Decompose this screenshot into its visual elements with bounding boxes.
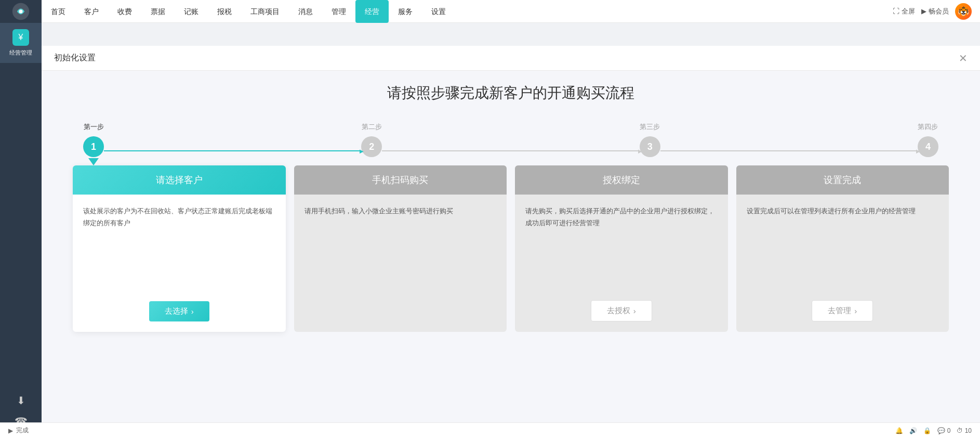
nav-fee[interactable]: 收费 bbox=[108, 0, 141, 23]
fullscreen-icon: ⛶ bbox=[893, 7, 899, 15]
status-bar-left: ▶ 完成 bbox=[8, 426, 29, 435]
go-select-button[interactable]: 去选择 › bbox=[149, 301, 209, 321]
vip-button[interactable]: ▶ 畅会员 bbox=[921, 7, 949, 16]
main-heading: 请按照步骤完成新客户的开通购买流程 bbox=[62, 83, 959, 103]
sidebar-item-jingying[interactable]: ¥ 经营管理 bbox=[0, 23, 42, 63]
nav-tax[interactable]: 报税 bbox=[208, 0, 241, 23]
step-node-4: 第四步 4 bbox=[918, 122, 938, 165]
card3-header: 授权绑定 bbox=[515, 165, 728, 195]
go-authorize-label: 去授权 bbox=[607, 306, 630, 316]
card4-footer: 去管理 › bbox=[736, 292, 949, 332]
chat-count: 💬 0 bbox=[937, 427, 950, 434]
lock-icon[interactable]: 🔒 bbox=[923, 427, 931, 434]
close-button[interactable]: ✕ bbox=[959, 53, 968, 63]
step-line-3-4 bbox=[660, 150, 918, 151]
jingying-icon: ¥ bbox=[12, 29, 29, 46]
card2-body: 请用手机扫码，输入小微企业主账号密码进行购买 bbox=[294, 195, 507, 313]
step-card-4: 设置完成 设置完成后可以在管理列表进行所有企业用户的经营管理 去管理 › bbox=[736, 165, 949, 332]
card4-body: 设置完成后可以在管理列表进行所有企业用户的经营管理 bbox=[736, 195, 949, 292]
nav-customer[interactable]: 客户 bbox=[75, 0, 108, 23]
step-card-3: 授权绑定 请先购买，购买后选择开通的产品中的企业用户进行授权绑定，成功后即可进行… bbox=[515, 165, 728, 332]
nav-invoice[interactable]: 票据 bbox=[141, 0, 175, 23]
page-title: 初始化设置 bbox=[54, 53, 96, 63]
step-node-1: 第一步 1 bbox=[83, 122, 104, 165]
card2-footer bbox=[294, 313, 507, 332]
user-avatar[interactable]: 🐯 bbox=[955, 3, 972, 20]
step4-label: 第四步 bbox=[918, 122, 938, 132]
volume-icon[interactable]: 🔊 bbox=[909, 427, 917, 434]
status-text: 完成 bbox=[16, 426, 29, 435]
top-nav-right: ⛶ 全屏 ▶ 畅会员 🐯 bbox=[893, 3, 980, 20]
go-authorize-arrow: › bbox=[633, 306, 636, 315]
sidebar: ¥ 经营管理 ⬇ ☎ bbox=[0, 0, 42, 438]
status-bar-right: 🔔 🔊 🔒 💬 0 ⏱ 10 bbox=[895, 427, 972, 434]
step2-circle: 2 bbox=[361, 136, 382, 157]
card4-header: 设置完成 bbox=[736, 165, 949, 195]
step1-label: 第一步 bbox=[84, 122, 104, 132]
status-bar: ▶ 完成 🔔 🔊 🔒 💬 0 ⏱ 10 bbox=[0, 422, 980, 438]
go-select-label: 去选择 bbox=[165, 306, 188, 316]
sidebar-item-label: 经营管理 bbox=[9, 49, 32, 57]
step2-label: 第二步 bbox=[362, 122, 382, 132]
nav-manage[interactable]: 管理 bbox=[322, 0, 355, 23]
top-nav: 首页 客户 收费 票据 记账 报税 工商项目 消息 管理 经营 服务 设置 ⛶ … bbox=[0, 0, 980, 23]
nav-operation[interactable]: 经营 bbox=[355, 0, 389, 23]
steps-visual: 第一步 1 第二步 2 第三步 3 第四 bbox=[62, 122, 959, 165]
play-status-icon: ▶ bbox=[8, 427, 13, 434]
time-display: ⏱ 10 bbox=[957, 427, 972, 434]
fullscreen-label: 全屏 bbox=[902, 7, 915, 16]
nav-business[interactable]: 工商项目 bbox=[241, 0, 289, 23]
nav-account[interactable]: 记账 bbox=[175, 0, 208, 23]
go-select-arrow: › bbox=[191, 307, 194, 316]
step4-circle: 4 bbox=[918, 136, 938, 157]
card3-footer: 去授权 › bbox=[515, 292, 728, 332]
nav-service[interactable]: 服务 bbox=[389, 0, 422, 23]
svg-point-1 bbox=[19, 9, 22, 13]
cards-row: 请选择客户 该处展示的客户为不在回收站、客户状态正常建账后完成老板端绑定的所有客… bbox=[62, 165, 959, 332]
vip-label: 畅会员 bbox=[929, 7, 949, 16]
go-manage-label: 去管理 bbox=[828, 306, 851, 316]
go-authorize-button[interactable]: 去授权 › bbox=[591, 300, 652, 321]
step-node-3: 第三步 3 bbox=[640, 122, 660, 165]
sidebar-logo bbox=[0, 0, 42, 23]
go-manage-button[interactable]: 去管理 › bbox=[812, 300, 873, 321]
play-icon: ▶ bbox=[921, 7, 926, 15]
step3-label: 第三步 bbox=[640, 122, 660, 132]
step1-circle: 1 bbox=[83, 136, 104, 157]
content-container: 请按照步骤完成新客户的开通购买流程 第一步 1 第二步 2 第三步 3 bbox=[42, 71, 980, 438]
nav-home[interactable]: 首页 bbox=[42, 0, 75, 23]
step-card-1: 请选择客户 该处展示的客户为不在回收站、客户状态正常建账后完成老板端绑定的所有客… bbox=[73, 165, 286, 332]
page-header: 初始化设置 ✕ bbox=[42, 46, 980, 71]
step-node-2: 第二步 2 bbox=[361, 122, 382, 165]
step-line-1-2 bbox=[104, 150, 361, 151]
nav-settings[interactable]: 设置 bbox=[422, 0, 455, 23]
card1-body: 该处展示的客户为不在回收站、客户状态正常建账后完成老板端绑定的所有客户 bbox=[73, 195, 286, 293]
notification-icon[interactable]: 🔔 bbox=[895, 427, 903, 434]
step1-pointer bbox=[88, 158, 99, 165]
download-icon[interactable]: ⬇ bbox=[17, 394, 25, 407]
nav-message[interactable]: 消息 bbox=[289, 0, 322, 23]
card1-footer: 去选择 › bbox=[73, 293, 286, 332]
main-area: 初始化设置 ✕ 请按照步骤完成新客户的开通购买流程 第一步 1 第二步 2 bbox=[42, 46, 980, 438]
step-line-2-3 bbox=[382, 150, 639, 151]
step3-circle: 3 bbox=[640, 136, 660, 157]
fullscreen-button[interactable]: ⛶ 全屏 bbox=[893, 7, 915, 16]
card3-body: 请先购买，购买后选择开通的产品中的企业用户进行授权绑定，成功后即可进行经营管理 bbox=[515, 195, 728, 292]
step-card-2: 手机扫码购买 请用手机扫码，输入小微企业主账号密码进行购买 bbox=[294, 165, 507, 332]
card1-header: 请选择客户 bbox=[73, 165, 286, 195]
go-manage-arrow: › bbox=[854, 306, 857, 315]
card2-header: 手机扫码购买 bbox=[294, 165, 507, 195]
